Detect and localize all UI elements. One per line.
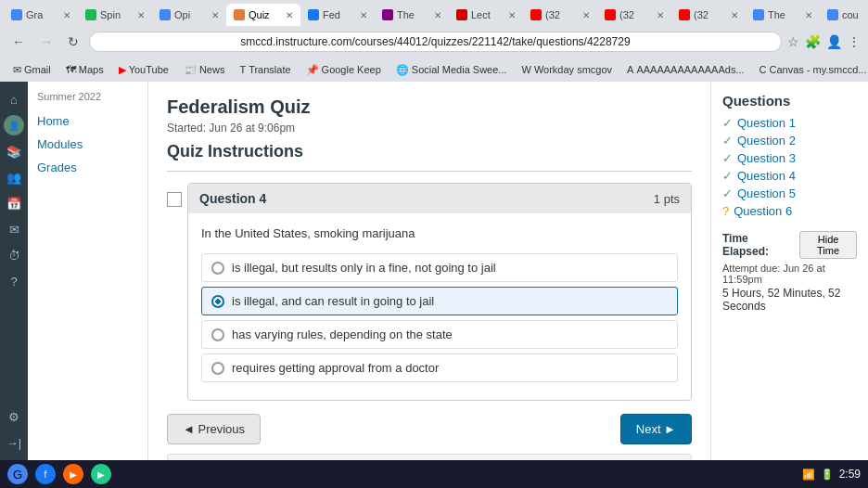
- extensions-icon[interactable]: 🧩: [805, 34, 821, 49]
- bookmark-social[interactable]: 🌐Social Media Swee...: [390, 62, 513, 78]
- answer-option-3[interactable]: has varying rules, depending on the stat…: [201, 320, 678, 349]
- sidebar-item-modules[interactable]: Modules: [37, 133, 138, 156]
- question-link-3[interactable]: ✓ Question 3: [722, 151, 857, 165]
- quiz-title: Federalism Quiz: [167, 96, 692, 118]
- tab-lect[interactable]: Lect ✕: [449, 4, 523, 26]
- courses-nav-icon[interactable]: 📚: [4, 141, 24, 161]
- divider: [167, 171, 692, 172]
- icon-sidebar: ⌂ 👤 📚 👥 📅 ✉ ⏱ ? ⚙ →|: [0, 82, 28, 460]
- battery-icon: 🔋: [821, 469, 834, 481]
- tab-label: The: [768, 9, 785, 20]
- taskbar-icon-1[interactable]: G: [7, 464, 28, 484]
- bookmark-ads[interactable]: AAAAAAAAAAAAAAds...: [621, 62, 750, 77]
- tab-yt2[interactable]: (32 ✕: [597, 4, 671, 26]
- history-nav-icon[interactable]: ⏱: [4, 245, 24, 265]
- tab-close-fed[interactable]: ✕: [360, 10, 367, 20]
- bookmark-canvas[interactable]: CCanvas - my.smccd...: [754, 62, 868, 77]
- tab-close-the2[interactable]: ✕: [805, 10, 812, 20]
- tab-close-gra[interactable]: ✕: [63, 10, 70, 20]
- collapse-sidebar-icon[interactable]: →|: [4, 432, 24, 453]
- radio-button-3: [211, 328, 224, 341]
- questions-panel-heading: Questions: [722, 93, 857, 109]
- next-button[interactable]: Next ►: [620, 414, 692, 444]
- tab-opi[interactable]: Opi ✕: [152, 4, 226, 26]
- tab-close-opi[interactable]: ✕: [211, 10, 219, 20]
- bookmark-maps[interactable]: 🗺Maps: [60, 62, 109, 77]
- tab-label: Fed: [323, 9, 340, 20]
- bookmark-star-icon[interactable]: ☆: [787, 34, 799, 49]
- tab-close-yt1[interactable]: ✕: [582, 10, 590, 20]
- tab-cou[interactable]: cou ✕: [820, 4, 868, 26]
- calendar-nav-icon[interactable]: 📅: [4, 193, 24, 213]
- sidebar-item-home[interactable]: Home: [37, 109, 138, 133]
- answer-text-1: is illegal, but results only in a fine, …: [232, 261, 496, 275]
- forward-button[interactable]: →: [35, 32, 57, 52]
- question-link-1[interactable]: ✓ Question 1: [722, 116, 857, 130]
- radio-button-1: [211, 262, 224, 275]
- check-icon-1: ✓: [722, 116, 733, 130]
- tab-the1[interactable]: The ✕: [375, 4, 449, 26]
- tab-close-yt2[interactable]: ✕: [657, 10, 664, 20]
- previous-button[interactable]: ◄ Previous: [167, 414, 261, 444]
- tab-spin[interactable]: Spin ✕: [78, 4, 152, 26]
- tab-close-yt3[interactable]: ✕: [731, 10, 738, 20]
- time-remaining-text: 5 Hours, 52 Minutes, 52 Seconds: [722, 287, 857, 313]
- back-button[interactable]: ←: [7, 32, 30, 52]
- more-icon[interactable]: ⋮: [848, 34, 861, 49]
- answer-option-4[interactable]: requires getting approval from a doctor: [201, 353, 678, 382]
- tab-label: Gra: [26, 9, 43, 20]
- browser-chrome: Gra ✕ Spin ✕ Opi ✕ Quiz ✕ Fed ✕ The ✕: [0, 0, 868, 82]
- tab-label: The: [397, 9, 415, 20]
- question-link-5[interactable]: ✓ Question 5: [722, 186, 857, 200]
- question-link-label-3: Question 3: [737, 151, 796, 165]
- tab-close-the1[interactable]: ✕: [434, 10, 441, 20]
- tab-close-quiz[interactable]: ✕: [286, 10, 293, 20]
- help-nav-icon[interactable]: ?: [4, 271, 24, 291]
- bookmark-gmail[interactable]: ✉Gmail: [7, 62, 57, 78]
- answer-text-4: requires getting approval from a doctor: [232, 361, 439, 375]
- account-icon[interactable]: 👤: [826, 34, 842, 49]
- answer-option-2[interactable]: is illegal, and can result in going to j…: [201, 287, 678, 315]
- tab-close-spin[interactable]: ✕: [137, 10, 145, 20]
- tab-gra[interactable]: Gra ✕: [4, 4, 78, 26]
- user-avatar[interactable]: 👤: [4, 115, 24, 135]
- taskbar-icon-2[interactable]: f: [35, 464, 56, 484]
- home-nav-icon[interactable]: ⌂: [4, 89, 24, 109]
- taskbar-icon-3[interactable]: ▶: [63, 464, 83, 484]
- answer-option-1[interactable]: is illegal, but results only in a fine, …: [201, 253, 678, 282]
- answer-text-3: has varying rules, depending on the stat…: [232, 327, 453, 341]
- tab-quiz[interactable]: Quiz ✕: [226, 4, 300, 26]
- tab-fed[interactable]: Fed ✕: [300, 4, 375, 26]
- settings-nav-icon[interactable]: ⚙: [4, 406, 24, 427]
- address-bar[interactable]: smccd.instructure.com/courses/44012/quiz…: [89, 32, 782, 52]
- tab-bar: Gra ✕ Spin ✕ Opi ✕ Quiz ✕ Fed ✕ The ✕: [0, 0, 868, 26]
- question-flag-checkbox[interactable]: [167, 192, 182, 207]
- inbox-nav-icon[interactable]: ✉: [4, 219, 24, 239]
- groups-nav-icon[interactable]: 👥: [4, 167, 24, 187]
- tab-the2[interactable]: The ✕: [746, 4, 820, 26]
- course-sidebar: Summer 2022 Home Modules Grades: [28, 82, 148, 460]
- question-link-2[interactable]: ✓ Question 2: [722, 134, 857, 148]
- bookmark-translate[interactable]: TTranslate: [234, 62, 296, 77]
- bookmark-youtube[interactable]: ▶YouTube: [113, 62, 174, 78]
- bookmark-workday[interactable]: WWorkday smcgov: [517, 62, 619, 77]
- tab-close-lect[interactable]: ✕: [508, 10, 516, 20]
- question-mark-icon-6: ?: [722, 204, 729, 218]
- sidebar-item-grades[interactable]: Grades: [37, 156, 138, 179]
- taskbar-icon-4[interactable]: ▶: [91, 464, 111, 484]
- bottom-bar: Not saved Submit Quiz: [167, 454, 692, 460]
- tab-yt1[interactable]: (32 ✕: [523, 4, 597, 26]
- tab-yt3[interactable]: (32 ✕: [671, 4, 746, 26]
- question-link-6[interactable]: ? Question 6: [722, 204, 857, 218]
- bookmark-news[interactable]: 📰News: [178, 62, 231, 78]
- radio-button-4: [211, 362, 224, 375]
- bookmark-keep[interactable]: 📌Google Keep: [300, 62, 387, 78]
- hide-time-button[interactable]: Hide Time: [799, 231, 857, 259]
- question-row: Question 4 1 pts In the United States, s…: [167, 183, 692, 414]
- reload-button[interactable]: ↻: [63, 32, 83, 52]
- wifi-icon: 📶: [802, 469, 815, 481]
- question-number: Question 4: [199, 191, 266, 206]
- question-header: Question 4 1 pts: [188, 184, 691, 213]
- address-bar-row: ← → ↻ smccd.instructure.com/courses/4401…: [0, 26, 868, 58]
- question-link-4[interactable]: ✓ Question 4: [722, 169, 857, 183]
